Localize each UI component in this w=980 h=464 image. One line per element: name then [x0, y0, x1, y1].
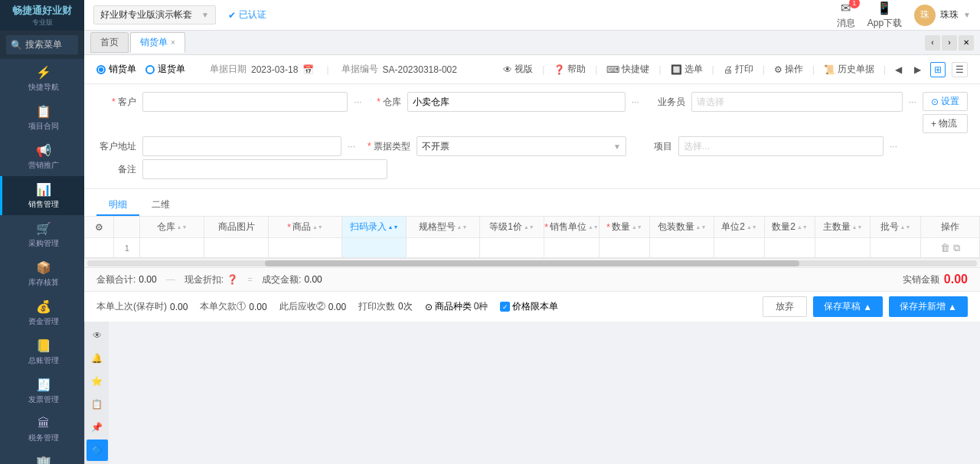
col-unit2-header[interactable]: 单位2 ▲▼: [714, 217, 765, 238]
row-1-unit[interactable]: [544, 238, 599, 258]
save-new-button[interactable]: 保存并新增 ▲: [889, 296, 968, 317]
customer-input[interactable]: [142, 92, 348, 112]
tab-home[interactable]: 首页: [90, 32, 129, 53]
salesperson-input[interactable]: 请选择: [691, 92, 903, 112]
sidebar-item-assets[interactable]: 🏢 固定资产: [0, 449, 84, 464]
help-button[interactable]: ❓ 帮助: [550, 61, 589, 77]
col-qty-header[interactable]: * 数量 ▲▼: [599, 217, 650, 238]
message-button[interactable]: ✉ 1 消息: [837, 1, 855, 30]
grid-view-button[interactable]: ⊞: [930, 62, 946, 77]
customer-more-button[interactable]: ···: [354, 96, 361, 107]
col-gear[interactable]: ⚙: [85, 217, 114, 238]
sidebar-item-purchase[interactable]: 🛒 采购管理: [0, 215, 84, 254]
sidebar-item-sales[interactable]: 📊 销售管理: [0, 176, 84, 215]
sidebar-item-finance[interactable]: 💰 资金管理: [0, 293, 84, 332]
price-checkbox[interactable]: ✓: [500, 302, 510, 312]
row-1-spec[interactable]: [407, 238, 480, 258]
sale-radio[interactable]: 销货单: [96, 63, 136, 76]
scrollbar-thumb[interactable]: [265, 260, 799, 266]
expand-button[interactable]: ◀: [892, 63, 905, 77]
col-qty2-header[interactable]: 数量2 ▲▼: [765, 217, 815, 238]
ledger-icon: 📒: [36, 338, 51, 353]
tab-detail[interactable]: 明细: [96, 195, 139, 216]
user-menu[interactable]: 珠 珠珠 ▼: [914, 5, 971, 26]
col-batch-header[interactable]: 批号 ▲▼: [871, 217, 921, 238]
sidebar-item-ledger[interactable]: 📒 总账管理: [0, 332, 84, 371]
tb-divider2: |: [595, 64, 597, 75]
project-more-button[interactable]: ···: [890, 141, 897, 152]
right-panel-icon-4: 📋: [91, 399, 103, 410]
col-image-header[interactable]: 商品图片: [204, 217, 269, 238]
tab-2d[interactable]: 二维: [139, 195, 182, 216]
row-1-product[interactable]: [269, 238, 342, 258]
settings-button[interactable]: ⊙ 设置: [923, 92, 968, 111]
row-1-price1[interactable]: [480, 238, 544, 258]
row-1-packqty[interactable]: [650, 238, 714, 258]
row-1-batch[interactable]: [871, 238, 921, 258]
col-mainqty-header[interactable]: 主数量 ▲▼: [815, 217, 871, 238]
help-discount-icon[interactable]: ❓: [227, 274, 238, 285]
add-product-button[interactable]: + 物流: [923, 114, 968, 133]
horizontal-scrollbar[interactable]: [84, 258, 980, 267]
row-1-unit2[interactable]: [714, 238, 765, 258]
calendar-icon[interactable]: 📅: [302, 64, 314, 75]
tab-sale[interactable]: 销货单 ×: [130, 32, 185, 53]
row-1-delete-button[interactable]: 🗑: [939, 241, 951, 254]
row-1-copy-button[interactable]: ⧉: [952, 241, 961, 255]
save-draft-button[interactable]: 保存草稿 ▲: [813, 296, 883, 317]
row-1-barcode[interactable]: [342, 238, 407, 258]
row-1-image[interactable]: [204, 238, 269, 258]
search-menu-button[interactable]: 🔍 搜索菜单: [6, 35, 78, 54]
sidebar-item-label: 资金管理: [28, 317, 59, 326]
notes-input[interactable]: [142, 159, 387, 179]
right-panel-btn-5[interactable]: 📌: [87, 417, 108, 438]
col-unit-header[interactable]: * 销售单位 ▲▼: [544, 217, 599, 238]
sidebar-item-kuaijie[interactable]: ⚡ 快捷导航: [0, 59, 84, 98]
sidebar-item-project[interactable]: 📋 项目合同: [0, 98, 84, 137]
shortcut-button[interactable]: ⌨ 快捷键: [603, 61, 652, 77]
tab-close-all-button[interactable]: ✕: [959, 35, 974, 51]
right-panel-btn-1[interactable]: 👁: [87, 325, 108, 346]
row-1-warehouse[interactable]: [140, 238, 204, 258]
tab-next-button[interactable]: ›: [942, 35, 957, 51]
sidebar-item-invoice[interactable]: 🧾 发票管理: [0, 371, 84, 410]
invoice-select[interactable]: 不开票 ▼: [416, 136, 626, 156]
col-warehouse-header[interactable]: 仓库 ▲▼: [140, 217, 204, 238]
return-radio[interactable]: 退货单: [145, 63, 185, 76]
salesperson-more-button[interactable]: ···: [909, 96, 916, 107]
sidebar-item-inventory[interactable]: 📦 库存核算: [0, 254, 84, 293]
row-1-qty2[interactable]: [765, 238, 815, 258]
sidebar-item-tax[interactable]: 🏛 税务管理: [0, 410, 84, 449]
address-input[interactable]: [142, 136, 341, 156]
app-download-button[interactable]: 📱 App下载: [867, 1, 902, 30]
row-1-qty[interactable]: [599, 238, 650, 258]
right-panel-btn-6[interactable]: 🔷: [87, 439, 108, 461]
collapse-button[interactable]: ▶: [911, 63, 924, 77]
col-spec-header[interactable]: 规格型号 ▲▼: [407, 217, 480, 238]
project-input[interactable]: 选择...: [678, 136, 884, 156]
tab-prev-button[interactable]: ‹: [925, 35, 940, 51]
right-panel-btn-4[interactable]: 📋: [87, 394, 108, 415]
price-check-label: 价格限本单: [512, 300, 558, 313]
right-panel-btn-3[interactable]: ⭐: [87, 371, 108, 392]
abandon-button[interactable]: 放弃: [763, 296, 807, 317]
operate-button[interactable]: ⚙ 操作: [771, 61, 806, 77]
right-panel-btn-2[interactable]: 🔔: [87, 348, 108, 369]
print-button[interactable]: 🖨 打印: [720, 61, 756, 77]
col-pack-header[interactable]: 包装数量 ▲▼: [650, 217, 714, 238]
row-1-mainqty[interactable]: [815, 238, 871, 258]
view-button[interactable]: 👁 视版: [500, 61, 536, 77]
warehouse-input[interactable]: 小卖仓库: [407, 92, 625, 112]
sidebar-item-marketing[interactable]: 📢 营销推广: [0, 137, 84, 176]
warehouse-more-button[interactable]: ···: [632, 96, 639, 107]
col-barcode-header[interactable]: 扫码录入 ▲▼: [342, 217, 407, 238]
list-view-button[interactable]: ☰: [952, 62, 968, 77]
tab-close-icon[interactable]: ×: [171, 38, 175, 47]
address-more-button[interactable]: ···: [348, 141, 355, 152]
col-price1-header[interactable]: 等级1价 ▲▼: [480, 217, 544, 238]
invoice-chevron-icon: ▼: [613, 142, 621, 151]
company-selector[interactable]: 好业财专业版演示帐套 ▼: [93, 5, 216, 25]
history-button[interactable]: 📜 历史单据: [821, 61, 877, 77]
col-product-header[interactable]: * 商品 ▲▼: [269, 217, 342, 238]
select-button[interactable]: 🔲 选单: [668, 61, 706, 77]
